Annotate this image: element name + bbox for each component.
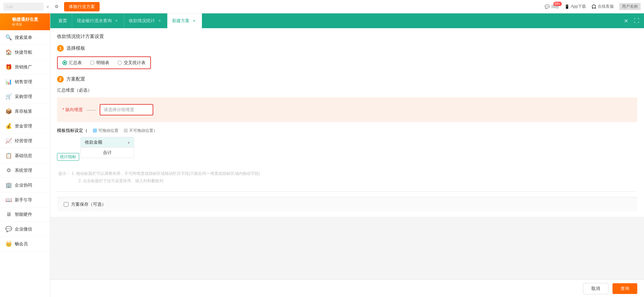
tab-home[interactable]: 首页 [54, 13, 72, 28]
sidebar-label-sales: 销售管理 [15, 79, 32, 85]
metrics-row-total: 合计 [81, 148, 134, 158]
radio-summary[interactable]: 汇总表 [62, 60, 82, 66]
section-divider [57, 191, 637, 192]
section-config-title: 方案配置 [66, 76, 85, 82]
header-right: 💬 消息 99+ 📱 App下载 🎧 在线客服 用户名称 [545, 3, 641, 10]
sidebar-item-hardware[interactable]: 🖥 智能硬件 [0, 207, 50, 222]
sidebar-item-guide[interactable]: 📖 新手引导 [0, 193, 50, 207]
message-badge: 99+ [553, 2, 562, 6]
sidebar-item-inventory[interactable]: 📦 库存核算 [0, 104, 50, 119]
tab-payment-stats-close[interactable]: × [157, 18, 162, 23]
sidebar-item-system[interactable]: ⚙ 系统管理 [0, 163, 50, 178]
radio-detail-circle [90, 60, 95, 65]
sidebar-label-inventory: 库存核算 [15, 108, 32, 114]
sidebar-label-purchase: 采购管理 [15, 94, 32, 100]
sidebar-item-purchase[interactable]: 🛒 采购管理 [0, 89, 50, 104]
radio-detail[interactable]: 明细表 [90, 60, 109, 66]
non-draggable-legend: 不可拖动位置） [124, 128, 157, 134]
tab-expand-button[interactable]: ⛶ [633, 17, 641, 25]
breadcrumb-text: CaR [3, 3, 44, 11]
section-template-title: 选择模板 [66, 45, 85, 51]
sidebar-label-finance: 资金管理 [15, 123, 32, 129]
sidebar-item-sales[interactable]: 📊 销售管理 [0, 75, 50, 89]
sidebar-item-finance[interactable]: 💰 资金管理 [0, 119, 50, 134]
user-avatar[interactable]: 用户名称 [619, 3, 641, 10]
sidebar-logo-sub: 标准版 [12, 22, 38, 27]
dimension-select[interactable]: 请选择分组维度 [100, 104, 153, 115]
tab-bank-flow[interactable]: 现金银行流水查询 × [72, 13, 124, 28]
tab-new-plan[interactable]: 新建方案 × [167, 13, 202, 28]
online-service-item[interactable]: 🎧 在线客服 [591, 4, 614, 9]
search-icon: 🔍 [5, 34, 12, 41]
tab-close-button[interactable]: ✕ [622, 17, 630, 25]
member-icon: 👑 [5, 241, 12, 247]
draggable-dot [93, 129, 97, 133]
radio-cross-circle [117, 60, 122, 65]
settings-icon-btn[interactable]: ⚙ [52, 2, 61, 11]
tab-payment-stats[interactable]: 收款情况统计 × [124, 13, 167, 28]
query-button[interactable]: 查询 [612, 283, 637, 294]
sidebar-label-collab: 企业协同 [15, 182, 32, 188]
purchase-icon: 🛒 [5, 93, 12, 100]
content-area: 首页 现金银行流水查询 × 收款情况统计 × 新建方案 × ✕ ⛶ [50, 13, 644, 297]
system-icon: ⚙ [5, 167, 12, 174]
sidebar-label-basic: 基础信息 [15, 153, 32, 159]
guide-icon: 📖 [5, 197, 12, 203]
tab-new-plan-label: 新建方案 [172, 18, 190, 24]
page-inner: 收款情况统计方案设置 1 选择模板 汇总表 [50, 28, 644, 217]
tips-section: 提示： 1. 拖动标题栏可以调整布局，不可跨维度或指标区域拖动栏目字段(只能在同… [57, 170, 637, 185]
tab-new-plan-close[interactable]: × [192, 18, 197, 23]
try-industry-button[interactable]: 体验行业方案 [64, 2, 100, 11]
message-item[interactable]: 💬 消息 99+ [545, 4, 559, 9]
basic-icon: 📋 [5, 152, 12, 159]
sidebar-label-system: 系统管理 [15, 167, 32, 174]
management-icon: 📈 [5, 138, 12, 144]
section-template: 1 选择模板 汇总表 明细表 [57, 45, 637, 69]
sidebar-item-basic[interactable]: 📋 基础信息 [0, 148, 50, 163]
sidebar-item-wechat[interactable]: 💬 企业微信 [0, 222, 50, 237]
sidebar-label-search: 搜索菜单 [15, 35, 32, 41]
sidebar-logo-text: 畅捷通好生意 [12, 17, 38, 22]
metrics-col-label: 收款金额 [85, 139, 102, 145]
section-template-number: 1 [57, 45, 64, 52]
sidebar-label-member: 畅会员 [15, 241, 28, 247]
app-icon: 📱 [565, 4, 570, 9]
tab-bank-flow-label: 现金银行流水查询 [77, 18, 112, 24]
hardware-icon: 🖥 [5, 211, 12, 217]
sales-icon: 📊 [5, 79, 12, 85]
tab-payment-stats-label: 收款情况统计 [129, 18, 155, 24]
save-checkbox[interactable] [64, 202, 68, 207]
chevron-down-icon: ∨ [127, 141, 130, 144]
sidebar-item-quicknav[interactable]: 🏠 快捷导航 [0, 45, 50, 60]
inventory-icon: 📦 [5, 108, 12, 114]
app-download-item[interactable]: 📱 App下载 [565, 4, 586, 9]
service-label: 在线客服 [598, 4, 614, 9]
sidebar-label-quicknav: 快捷导航 [15, 49, 32, 55]
save-label: 方案保存（可选） [71, 201, 106, 207]
metrics-col-header[interactable]: 收款金额 ∨ [81, 137, 134, 148]
sidebar-item-marketing[interactable]: 🎁 营销推广 [0, 60, 50, 75]
service-icon: 🎧 [591, 4, 596, 9]
sidebar-item-search[interactable]: 🔍 搜索菜单 [0, 30, 50, 45]
message-icon: 💬 [545, 4, 550, 9]
sidebar-logo: 畅捷通好生意 标准版 [0, 13, 50, 30]
sidebar-item-collab[interactable]: 🏢 企业协同 [0, 178, 50, 193]
dimension-row: * 纵向维度 —— 请选择分组维度 [62, 104, 632, 115]
footer-bar: 取消 查询 [50, 280, 644, 297]
tab-bank-flow-close[interactable]: × [114, 18, 119, 23]
sidebar-item-management[interactable]: 📈 经营管理 [0, 134, 50, 148]
metrics-grid: 收款金额 ∨ 合计 [80, 137, 134, 158]
finance-icon: 💰 [5, 123, 12, 129]
radio-cross[interactable]: 交叉统计表 [117, 60, 146, 66]
metrics-title-tag: 统计指标 [57, 153, 79, 161]
breadcrumb-area: CaR ∨ ⚙ 体验行业方案 [3, 2, 541, 11]
tip-line-2: 2. 点击标题栏下拉可设置排序、插入列和删除列 [58, 178, 636, 185]
dimension-area: * 纵向维度 —— 请选择分组维度 [57, 97, 637, 122]
cancel-button[interactable]: 取消 [583, 283, 608, 294]
main-layout: 畅捷通好生意 标准版 🔍 搜索菜单 🏠 快捷导航 🎁 营销推广 📊 销售管理 🛒… [0, 13, 644, 297]
summary-dim-label: 汇总维度（必选） [57, 87, 637, 93]
tab-bar: 首页 现金银行流水查询 × 收款情况统计 × 新建方案 × ✕ ⛶ [50, 13, 644, 28]
sidebar-item-member[interactable]: 👑 畅会员 [0, 237, 50, 251]
metrics-section-label: 模板指标设定（ [57, 128, 88, 134]
app-label: App下载 [571, 4, 586, 9]
